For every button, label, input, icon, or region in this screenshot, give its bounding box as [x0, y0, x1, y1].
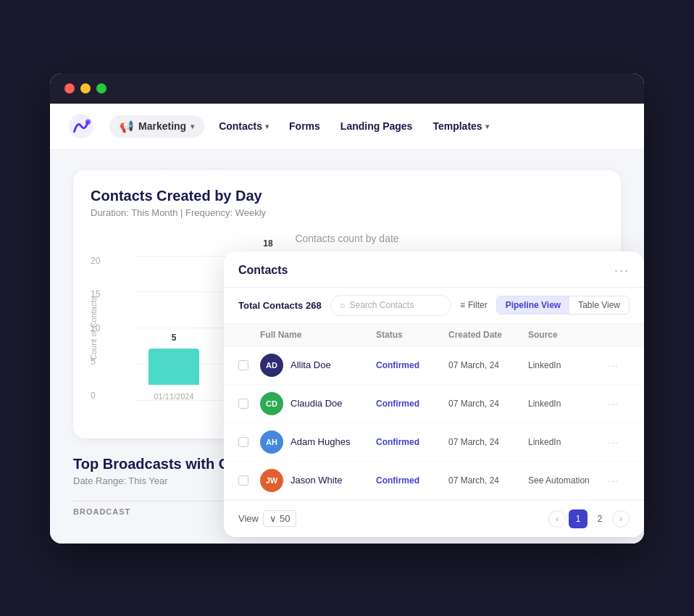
table-view-button[interactable]: Table View — [569, 296, 629, 314]
view-label: View — [238, 513, 259, 524]
filter-icon: ≡ — [460, 300, 465, 310]
date-2: 07 March, 24 — [448, 399, 528, 409]
search-placeholder: Search Contacts — [349, 300, 414, 310]
per-page-dropdown[interactable]: ∨ 50 — [263, 510, 296, 527]
contacts-more-button[interactable]: ··· — [614, 263, 630, 278]
nav-templates-label: Templates — [432, 120, 482, 132]
nav-contacts[interactable]: Contacts ▾ — [219, 120, 269, 132]
name-2: Claudia Doe — [290, 398, 343, 409]
contacts-header: Contacts ··· — [224, 251, 644, 288]
chart-label: Contacts count by date — [91, 233, 603, 244]
total-contacts-label: Total Contacts 268 — [238, 300, 322, 311]
nav-contacts-label: Contacts — [219, 120, 262, 132]
table-row: CD Claudia Doe Confirmed 07 March, 24 Li… — [224, 385, 644, 423]
row-checkbox-3[interactable] — [238, 437, 248, 447]
source-4: See Automation — [528, 475, 608, 486]
main-content: Contacts Created by Day Duration: This M… — [50, 150, 644, 544]
contact-name-3: AH Adam Hughes — [260, 430, 376, 454]
broadcasts-col-broadcast: BROADCAST — [73, 507, 130, 516]
table-row: AH Adam Hughes Confirmed 07 March, 24 Li… — [224, 423, 644, 462]
bar-value-1: 5 — [172, 333, 177, 343]
y-tick-20: 20 — [91, 256, 127, 266]
chart-title: Contacts Created by Day — [91, 188, 603, 204]
page-2-button[interactable]: 2 — [590, 509, 609, 528]
th-actions — [608, 330, 630, 340]
search-icon: ○ — [340, 300, 346, 311]
date-1: 07 March, 24 — [448, 360, 528, 370]
marketing-label: Marketing — [138, 120, 186, 132]
avatar-1: AD — [260, 354, 283, 377]
source-3: LinkedIn — [528, 437, 608, 447]
bar-value-2: 18 — [263, 238, 272, 249]
status-2: Confirmed — [376, 399, 448, 409]
th-status: Status — [376, 330, 448, 340]
page-1-button[interactable]: 1 — [569, 509, 588, 528]
y-tick-5: 5 — [91, 357, 127, 367]
marketing-pill[interactable]: 📢 Marketing ▾ — [109, 115, 204, 138]
th-fullname: Full Name — [260, 330, 376, 340]
contacts-chevron-icon: ▾ — [265, 122, 269, 130]
filter-button[interactable]: ≡ Filter — [460, 300, 488, 310]
templates-chevron-icon: ▾ — [485, 122, 489, 130]
row-checkbox-1[interactable] — [238, 360, 248, 370]
bar-label-1: 01/11/2024 — [154, 392, 193, 401]
logo — [67, 112, 95, 140]
chart-subtitle: Duration: This Month | Frequency: Weekly — [91, 207, 603, 218]
contacts-toolbar: Total Contacts 268 ○ Search Contacts ≡ F… — [224, 288, 644, 324]
name-3: Adam Hughes — [290, 436, 350, 447]
y-tick-0: 0 — [91, 391, 127, 401]
bar-group-1: 5 01/11/2024 — [149, 333, 199, 401]
close-dot[interactable] — [64, 83, 75, 93]
y-tick-15: 15 — [91, 289, 127, 299]
row-actions-4[interactable]: ··· — [608, 475, 630, 486]
name-4: Jason White — [290, 475, 343, 486]
th-source: Source — [528, 330, 608, 340]
browser-window: 📢 Marketing ▾ Contacts ▾ Forms Landing P… — [50, 73, 644, 544]
y-tick-10: 10 — [91, 323, 127, 333]
status-4: Confirmed — [376, 475, 448, 486]
nav-landing-pages[interactable]: Landing Pages — [340, 120, 413, 132]
maximize-dot[interactable] — [96, 83, 106, 93]
row-checkbox-4[interactable] — [238, 475, 248, 486]
contact-name-2: CD Claudia Doe — [260, 392, 376, 415]
th-checkbox — [238, 330, 260, 340]
status-1: Confirmed — [376, 360, 448, 370]
table-row: JW Jason White Confirmed 07 March, 24 Se… — [224, 462, 644, 500]
avatar-2: CD — [260, 392, 283, 415]
avatar-3: AH — [260, 430, 283, 454]
search-box[interactable]: ○ Search Contacts — [330, 295, 451, 316]
nav-forms-label: Forms — [289, 120, 320, 132]
svg-point-1 — [85, 120, 91, 125]
th-created: Created Date — [448, 330, 528, 340]
table-view-label: Table View — [578, 300, 620, 310]
row-actions-3[interactable]: ··· — [608, 436, 630, 448]
row-actions-2[interactable]: ··· — [608, 398, 630, 409]
contacts-footer: View ∨ 50 ‹ 1 2 › — [224, 500, 644, 537]
name-1: Allita Doe — [290, 359, 331, 370]
table-row: AD Allita Doe Confirmed 07 March, 24 Lin… — [224, 346, 644, 385]
contacts-card-title: Contacts — [238, 264, 288, 277]
date-3: 07 March, 24 — [448, 437, 528, 447]
pipeline-view-button[interactable]: Pipeline View — [497, 296, 569, 314]
source-2: LinkedIn — [528, 399, 608, 409]
view-select: View ∨ 50 — [238, 510, 296, 527]
nav-forms[interactable]: Forms — [289, 120, 320, 132]
table-header: Full Name Status Created Date Source — [224, 324, 644, 346]
minimize-dot[interactable] — [80, 83, 91, 93]
date-4: 07 March, 24 — [448, 475, 528, 486]
source-1: LinkedIn — [528, 360, 608, 370]
prev-page-button[interactable]: ‹ — [548, 510, 566, 528]
contacts-card: Contacts ··· Total Contacts 268 ○ Search… — [224, 251, 644, 537]
per-page-value: 50 — [280, 513, 290, 524]
row-checkbox-2[interactable] — [238, 399, 248, 409]
marketing-chevron-icon: ▾ — [191, 122, 194, 130]
row-actions-1[interactable]: ··· — [608, 359, 630, 371]
next-page-button[interactable]: › — [612, 510, 630, 528]
nav-templates[interactable]: Templates ▾ — [432, 120, 488, 132]
bar-1 — [149, 349, 199, 385]
status-3: Confirmed — [376, 437, 448, 447]
view-toggle: Pipeline View Table View — [496, 296, 630, 315]
y-axis: 20 15 10 5 0 — [91, 256, 134, 401]
title-bar — [50, 73, 644, 104]
nav-links: Contacts ▾ Forms Landing Pages Templates… — [219, 120, 627, 132]
